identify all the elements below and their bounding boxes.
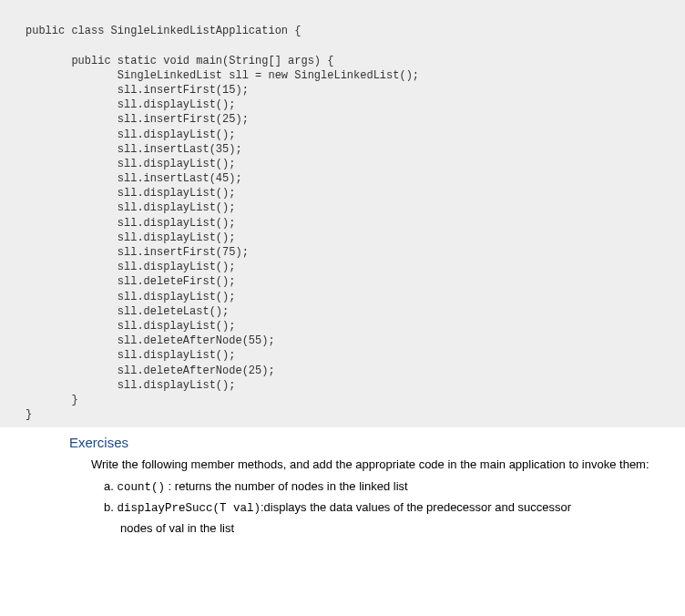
exercise-marker: a. xyxy=(104,479,117,493)
code-line: sll.displayList(); xyxy=(26,320,235,333)
code-line: sll.displayList(); xyxy=(26,187,235,200)
exercises-heading: Exercises xyxy=(69,435,656,450)
code-line: sll.insertFirst(25); xyxy=(26,113,249,126)
code-line: sll.displayList(); xyxy=(26,231,235,244)
code-line: sll.displayList(); xyxy=(26,201,235,214)
code-line: sll.displayList(); xyxy=(26,158,235,170)
code-line: public static void main(String[] args) { xyxy=(26,55,333,67)
code-line: } xyxy=(26,408,32,421)
code-line: } xyxy=(26,394,78,406)
code-line: sll.deleteAfterNode(25); xyxy=(26,364,275,377)
code-line: public class SingleLinkedListApplication… xyxy=(26,25,301,37)
exercise-item-b-continuation: nodes of val in the list xyxy=(120,519,656,539)
exercise-text: :displays the data values of the predece… xyxy=(261,500,571,514)
code-line: sll.insertFirst(75); xyxy=(26,246,249,259)
exercise-marker: b. xyxy=(104,500,117,514)
exercise-list: a. count() : returns the number of nodes… xyxy=(104,477,656,518)
exercise-item-b: b. displayPreSucc(T val):displays the da… xyxy=(104,498,656,518)
code-line: sll.deleteAfterNode(55); xyxy=(26,334,275,347)
code-line: sll.insertLast(45); xyxy=(26,172,242,185)
exercises-section: Exercises Write the following member met… xyxy=(0,427,656,538)
code-line: sll.displayList(); xyxy=(26,261,235,273)
code-line: sll.insertFirst(15); xyxy=(26,84,249,97)
code-line: sll.displayList(); xyxy=(26,349,235,362)
code-line: sll.displayList(); xyxy=(26,98,235,111)
code-line: sll.displayList(); xyxy=(26,379,235,392)
code-block: public class SingleLinkedListApplication… xyxy=(0,0,685,427)
exercise-intro: Write the following member methods, and … xyxy=(91,456,656,474)
exercise-code: displayPreSucc(T val) xyxy=(117,502,261,515)
exercise-item-a: a. count() : returns the number of nodes… xyxy=(104,477,656,497)
code-line: sll.deleteLast(); xyxy=(26,305,229,318)
code-line: sll.displayList(); xyxy=(26,291,235,303)
code-line: sll.insertLast(35); xyxy=(26,143,242,156)
exercise-code: count() xyxy=(117,481,165,494)
code-line: SingleLinkedList sll = new SingleLinkedL… xyxy=(26,69,419,82)
code-line: sll.deleteFirst(); xyxy=(26,275,235,288)
code-line: sll.displayList(); xyxy=(26,217,235,230)
code-line: sll.displayList(); xyxy=(26,128,235,141)
exercise-text: : returns the number of nodes in the lin… xyxy=(165,479,408,493)
